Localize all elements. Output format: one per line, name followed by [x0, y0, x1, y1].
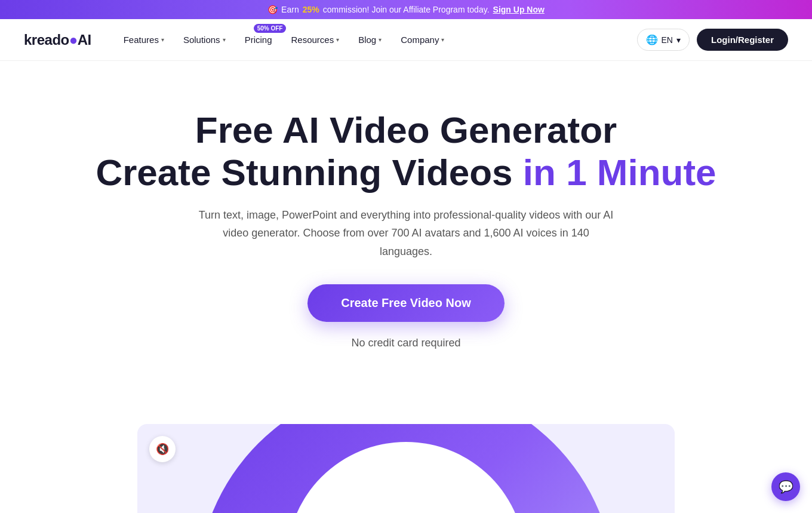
mute-button[interactable]: 🔇: [149, 436, 176, 462]
banner-icon: 🎯: [267, 5, 278, 14]
navbar: kreado●AI Features ▾ Solutions ▾ Pricing…: [0, 19, 812, 61]
globe-icon: 🌐: [646, 34, 658, 45]
hero-title-line2-normal: Create Stunning Videos: [96, 152, 522, 193]
hero-description: Turn text, image, PowerPoint and everyth…: [197, 206, 615, 261]
nav-item-company[interactable]: Company ▾: [392, 30, 453, 50]
chevron-down-icon: ▾: [161, 36, 164, 43]
chevron-down-icon: ▾: [223, 36, 226, 43]
pricing-badge: 50% OFF: [254, 24, 287, 33]
top-banner: 🎯 Earn 25% commission! Join our Affiliat…: [0, 0, 812, 19]
language-selector[interactable]: 🌐 EN ▾: [637, 29, 690, 51]
logo-text: kreado●AI: [24, 32, 91, 48]
chevron-down-icon: ▾: [336, 36, 339, 43]
video-section: 🔇: [137, 424, 675, 513]
nav-item-blog[interactable]: Blog ▾: [350, 30, 390, 50]
nav-label-company: Company: [401, 35, 439, 45]
nav-links: Features ▾ Solutions ▾ Pricing 50% OFF R…: [115, 30, 637, 50]
logo[interactable]: kreado●AI: [24, 32, 91, 48]
nav-item-pricing[interactable]: Pricing 50% OFF: [236, 30, 281, 50]
nav-item-features[interactable]: Features ▾: [115, 30, 173, 50]
hero-title: Free AI Video Generator Create Stunning …: [12, 109, 800, 194]
no-credit-card-text: No credit card required: [197, 334, 615, 352]
hero-section: Free AI Video Generator Create Stunning …: [0, 61, 812, 400]
chevron-down-icon: ▾: [379, 36, 382, 43]
chat-icon: 💬: [779, 480, 793, 494]
chevron-down-icon: ▾: [676, 35, 681, 45]
nav-label-solutions: Solutions: [183, 35, 220, 45]
nav-item-solutions[interactable]: Solutions ▾: [175, 30, 234, 50]
hero-title-line1: Free AI Video Generator: [195, 109, 617, 150]
nav-label-resources: Resources: [291, 35, 334, 45]
banner-highlight: 25%: [303, 5, 319, 14]
chat-support-button[interactable]: 💬: [771, 472, 800, 501]
banner-signup-link[interactable]: Sign Up Now: [493, 5, 545, 14]
nav-label-blog: Blog: [358, 35, 376, 45]
hero-title-line2-purple: in 1 Minute: [523, 152, 716, 193]
nav-right: 🌐 EN ▾ Login/Register: [637, 29, 788, 51]
banner-pre-text: Earn: [281, 5, 299, 14]
nav-label-features: Features: [124, 35, 159, 45]
mute-icon: 🔇: [156, 443, 169, 456]
chevron-down-icon: ▾: [441, 36, 444, 43]
nav-item-resources[interactable]: Resources ▾: [282, 30, 347, 50]
login-register-button[interactable]: Login/Register: [697, 29, 788, 51]
nav-label-pricing: Pricing: [245, 35, 272, 45]
create-free-video-button[interactable]: Create Free Video Now: [307, 284, 504, 322]
banner-post-text: commission! Join our Affiliate Program t…: [323, 5, 490, 14]
video-arch: [137, 424, 675, 513]
lang-label: EN: [662, 35, 673, 45]
